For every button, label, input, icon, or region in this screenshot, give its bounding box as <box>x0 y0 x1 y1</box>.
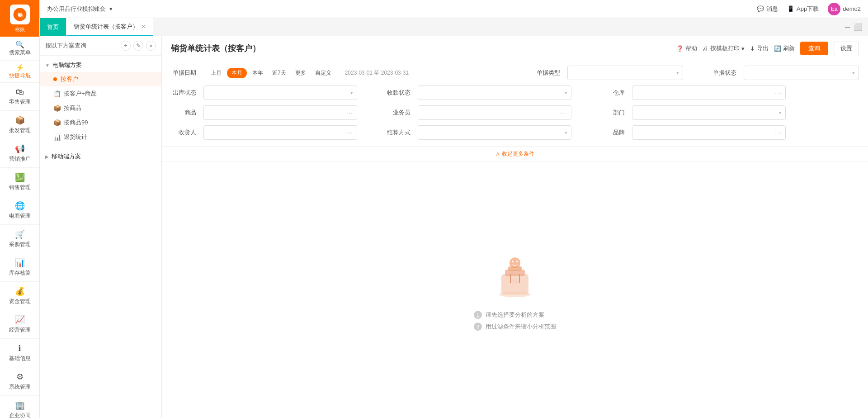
scheme-item-label-return_stat: 退货统计 <box>64 133 87 141</box>
date-tab-本月[interactable]: 本月 <box>227 68 247 78</box>
tip-text-2: 用过滤条件来缩小分析范围 <box>486 323 556 331</box>
section-arrow-mobile: ▶ <box>45 154 49 159</box>
tab-sales-stat-label: 销货单统计表（按客户） <box>74 23 138 31</box>
date-tabs: 上月本月本年近7天更多自定义 <box>207 68 335 78</box>
collapse-bar[interactable]: ∧ 收起更多条件 <box>162 147 868 162</box>
tab-maximize-icon[interactable]: ⬜ <box>854 23 863 31</box>
voucher-status-label: 单据状态 <box>705 69 736 77</box>
recipient-input[interactable]: ··· <box>203 125 357 140</box>
marketing-icon: 📢 <box>15 144 25 154</box>
goods-input[interactable]: ··· <box>203 105 357 120</box>
help-action[interactable]: ❓ 帮助 <box>676 44 697 52</box>
sidebar-item-sales[interactable]: 💹销售管理 <box>0 168 39 196</box>
scheme-section-header-desktop[interactable]: ▼电脑端方案 <box>40 58 161 72</box>
scheme-item-icon-goods99: 📦 <box>53 119 61 126</box>
sidebar-item-system[interactable]: ⚙系统管理 <box>0 367 39 396</box>
ecommerce-icon: 🌐 <box>15 201 25 211</box>
template-print-action[interactable]: 🖨 按模板打印 ▾ <box>703 44 745 52</box>
message-icon: 💬 <box>757 5 764 12</box>
scheme-add-btn[interactable]: + <box>121 41 131 51</box>
voucher-status-input[interactable]: ▾ <box>744 66 859 80</box>
quick-nav[interactable]: ⚡ 快捷导航 <box>0 61 39 83</box>
sidebar-item-inventory[interactable]: 📊库存核算 <box>0 253 39 282</box>
tab-bar: 首页 销货单统计表（按客户） ✕ ─ ⬜ <box>40 18 868 36</box>
out-status-arrow: ▾ <box>350 90 353 96</box>
message-action[interactable]: 💬 消息 <box>757 5 778 13</box>
tab-close-icon[interactable]: ✕ <box>141 24 146 30</box>
avatar: Ea <box>828 3 840 15</box>
date-tab-上月[interactable]: 上月 <box>207 68 225 78</box>
brand-input[interactable]: ··· <box>632 125 786 140</box>
voucher-type-input[interactable]: ▾ <box>567 66 683 80</box>
voucher-type-label: 单据类型 <box>528 69 560 77</box>
scheme-item-label-by_goods: 按商品 <box>64 104 81 112</box>
download-icon: 📱 <box>787 5 794 12</box>
warehouse-dots: ··· <box>775 89 782 96</box>
receipt-status-arrow: ▾ <box>565 90 567 96</box>
sales-icon: 💹 <box>15 172 25 182</box>
export-action[interactable]: ⬇ 导出 <box>750 44 769 52</box>
scheme-item-by_goods[interactable]: 📦按商品 <box>40 101 161 115</box>
scheme-panel-header: 按以下方案查询 + ✎ « <box>40 36 161 56</box>
date-tab-自定义[interactable]: 自定义 <box>311 68 335 78</box>
scheme-sections: ▼电脑端方案按客户📋按客户+商品📦按商品📦按商品99📊退货统计▶移动端方案 <box>40 56 161 166</box>
content-area: 按以下方案查询 + ✎ « ▼电脑端方案按客户📋按客户+商品📦按商品📦按商品99… <box>40 36 868 418</box>
receipt-status-input[interactable]: ▾ <box>418 86 571 100</box>
scheme-collapse-btn[interactable]: « <box>146 41 156 51</box>
dept-label: 部门 <box>593 109 625 117</box>
sidebar-item-enterprise[interactable]: 🏢企业协同 <box>0 396 39 418</box>
sidebar-item-basic[interactable]: ℹ基础信息 <box>0 339 39 367</box>
salesman-input[interactable]: ··· <box>418 105 571 120</box>
out-status-input[interactable]: ▾ <box>203 86 357 100</box>
dept-input[interactable]: ▾ <box>632 105 786 120</box>
sidebar-item-retail[interactable]: 🛍零售管理 <box>0 83 39 111</box>
sidebar-item-marketing[interactable]: 📢营销推广 <box>0 139 39 168</box>
svg-rect-11 <box>511 279 519 283</box>
user-area[interactable]: Ea demo2 <box>828 3 861 15</box>
out-status-label: 出库状态 <box>171 89 196 97</box>
sidebar-item-purchase[interactable]: 🛒采购管理 <box>0 225 39 253</box>
scheme-edit-btn[interactable]: ✎ <box>133 41 143 51</box>
logo-text: 标账 <box>15 26 25 33</box>
refresh-icon: 🔄 <box>774 45 781 52</box>
section-arrow-desktop: ▼ <box>45 63 50 68</box>
filter-row-3: 商品 ··· 业务员 ··· 部门 ▾ <box>171 105 859 120</box>
section-label-mobile: 移动端方案 <box>52 152 81 161</box>
tab-home[interactable]: 首页 <box>40 18 66 36</box>
scheme-item-return_stat[interactable]: 📊退货统计 <box>40 130 161 144</box>
main-area: 办公用品行业模拟账套 ▾ 💬 消息 📱 App下载 Ea demo2 首页 <box>40 0 868 418</box>
scheme-section-header-mobile[interactable]: ▶移动端方案 <box>40 150 161 163</box>
export-icon: ⬇ <box>750 45 755 52</box>
settle-method-label: 结算方式 <box>379 128 410 137</box>
tip-text-1: 请先选择要分析的方案 <box>486 311 544 319</box>
retail-icon: 🛍 <box>16 87 24 97</box>
settings-button[interactable]: 设置 <box>834 42 859 55</box>
search-menu[interactable]: 🔍 搜索菜单 <box>0 37 39 61</box>
scheme-item-customer_goods[interactable]: 📋按客户+商品 <box>40 86 161 101</box>
sidebar-item-ecommerce[interactable]: 🌐电商管理 <box>0 196 39 225</box>
sidebar-item-finance[interactable]: 💰资金管理 <box>0 282 39 310</box>
filter-row-4: 收货人 ··· 结算方式 ▾ 品牌 ··· <box>171 125 859 140</box>
app-title-area[interactable]: 办公用品行业模拟账套 ▾ <box>47 5 113 13</box>
system-icon: ⚙ <box>16 372 24 382</box>
tab-minimize-icon[interactable]: ─ <box>845 23 850 31</box>
date-tab-更多[interactable]: 更多 <box>292 68 310 78</box>
scheme-item-by_customer[interactable]: 按客户 <box>40 72 161 86</box>
dropdown-icon[interactable]: ▾ <box>109 5 113 12</box>
scheme-item-label-goods99: 按商品99 <box>64 119 88 127</box>
app-download-action[interactable]: 📱 App下载 <box>787 5 819 13</box>
scheme-item-goods99[interactable]: 📦按商品99 <box>40 115 161 130</box>
scheme-item-icon-return_stat: 📊 <box>53 133 61 141</box>
help-icon: ❓ <box>676 45 684 52</box>
warehouse-input[interactable]: ··· <box>632 86 786 100</box>
recipient-dots: ··· <box>346 129 353 136</box>
sidebar-item-wholesale[interactable]: 📦批发管理 <box>0 111 39 139</box>
refresh-action[interactable]: 🔄 刷新 <box>774 44 795 52</box>
date-tab-本年[interactable]: 本年 <box>249 68 267 78</box>
tab-sales-stat[interactable]: 销货单统计表（按客户） ✕ <box>66 18 153 36</box>
sidebar-item-operation[interactable]: 📈经营管理 <box>0 310 39 339</box>
settle-method-input[interactable]: ▾ <box>418 125 571 140</box>
date-tab-近7天[interactable]: 近7天 <box>269 68 290 78</box>
print-dropdown-icon[interactable]: ▾ <box>741 45 745 52</box>
query-button[interactable]: 查询 <box>800 42 828 55</box>
